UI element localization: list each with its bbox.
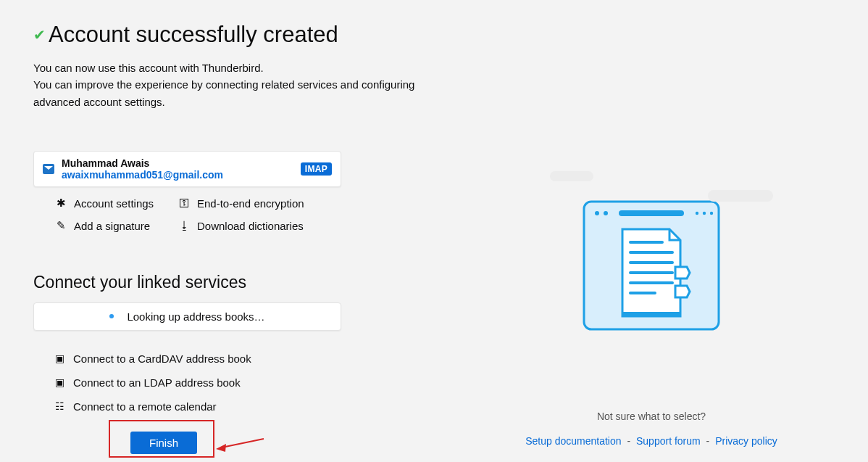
intro-text: You can now use this account with Thunde… bbox=[33, 59, 439, 110]
connect-ldap-link[interactable]: ▣ Connect to an LDAP address book bbox=[55, 376, 439, 389]
loading-dot-icon bbox=[109, 314, 114, 318]
address-book-icon: ▣ bbox=[55, 353, 64, 363]
add-signature-link[interactable]: ✎ Add a signature bbox=[55, 220, 178, 232]
account-name: Muhammad Awais bbox=[62, 157, 223, 169]
option-label: End-to-end encryption bbox=[197, 197, 304, 210]
account-options: ✱ Account settings ⚿ End-to-end encrypti… bbox=[55, 197, 439, 232]
calendar-icon: ☷ bbox=[55, 401, 64, 411]
document-window-icon bbox=[583, 200, 720, 331]
annotation-highlight-box bbox=[109, 420, 214, 458]
cloud-icon bbox=[708, 190, 773, 202]
check-icon: ✔ bbox=[33, 28, 46, 42]
account-info: Muhammad Awais awaixmuhammad051@gmail.co… bbox=[62, 157, 223, 181]
svg-point-6 bbox=[696, 212, 698, 215]
download-icon: ⭳ bbox=[178, 220, 190, 231]
svg-rect-15 bbox=[622, 312, 680, 316]
svg-point-3 bbox=[595, 211, 599, 215]
option-label: Download dictionaries bbox=[197, 220, 304, 232]
e2e-encryption-link[interactable]: ⚿ End-to-end encryption bbox=[178, 197, 338, 210]
separator: - bbox=[706, 435, 710, 447]
right-column: Not sure what to select? Setup documenta… bbox=[468, 22, 835, 454]
option-label: Account settings bbox=[74, 197, 154, 210]
gear-icon: ✱ bbox=[55, 197, 67, 209]
intro-line-1: You can now use this account with Thunde… bbox=[33, 59, 439, 76]
svg-marker-1 bbox=[216, 444, 226, 452]
link-label: Connect to an LDAP address book bbox=[73, 376, 241, 389]
support-forum-link[interactable]: Support forum bbox=[636, 435, 701, 447]
left-column: ✔ Account successfully created You can n… bbox=[33, 22, 439, 454]
illustration bbox=[550, 149, 753, 381]
svg-rect-5 bbox=[619, 210, 684, 216]
download-dictionaries-link[interactable]: ⭳ Download dictionaries bbox=[178, 220, 338, 232]
key-icon: ⚿ bbox=[178, 197, 190, 209]
link-label: Connect to a CardDAV address book bbox=[73, 352, 251, 365]
help-prompt: Not sure what to select? bbox=[597, 411, 706, 422]
linked-services-list: ▣ Connect to a CardDAV address book ▣ Co… bbox=[55, 352, 439, 413]
lookup-status-card: Looking up address books… bbox=[33, 302, 341, 331]
connect-calendar-link[interactable]: ☷ Connect to a remote calendar bbox=[55, 400, 439, 413]
page-root: ✔ Account successfully created You can n… bbox=[0, 0, 868, 462]
svg-point-4 bbox=[604, 211, 608, 215]
account-settings-link[interactable]: ✱ Account settings bbox=[55, 197, 178, 210]
heading-row: ✔ Account successfully created bbox=[33, 22, 439, 48]
help-links: Setup documentation - Support forum - Pr… bbox=[525, 435, 777, 447]
account-email: awaixmuhammad051@gmail.com bbox=[62, 169, 223, 181]
finish-area: Finish bbox=[130, 432, 268, 454]
svg-point-8 bbox=[710, 212, 713, 215]
svg-point-7 bbox=[703, 212, 706, 215]
mail-icon bbox=[43, 164, 54, 174]
privacy-policy-link[interactable]: Privacy policy bbox=[715, 435, 777, 447]
option-label: Add a signature bbox=[74, 220, 150, 232]
annotation-arrow-icon bbox=[216, 437, 265, 455]
account-card: Muhammad Awais awaixmuhammad051@gmail.co… bbox=[33, 151, 341, 187]
link-label: Connect to a remote calendar bbox=[73, 400, 217, 413]
page-title: Account successfully created bbox=[49, 22, 338, 48]
connect-carddav-link[interactable]: ▣ Connect to a CardDAV address book bbox=[55, 352, 439, 365]
svg-line-0 bbox=[222, 439, 264, 447]
linked-services-heading: Connect your linked services bbox=[33, 273, 439, 292]
protocol-badge: IMAP bbox=[301, 162, 332, 176]
address-book-icon: ▣ bbox=[55, 377, 64, 387]
lookup-status-text: Looking up address books… bbox=[127, 310, 264, 323]
setup-docs-link[interactable]: Setup documentation bbox=[525, 435, 621, 447]
pencil-icon: ✎ bbox=[55, 220, 67, 231]
separator: - bbox=[627, 435, 630, 447]
cloud-icon bbox=[550, 171, 593, 181]
intro-line-2: You can improve the experience by connec… bbox=[33, 76, 439, 110]
